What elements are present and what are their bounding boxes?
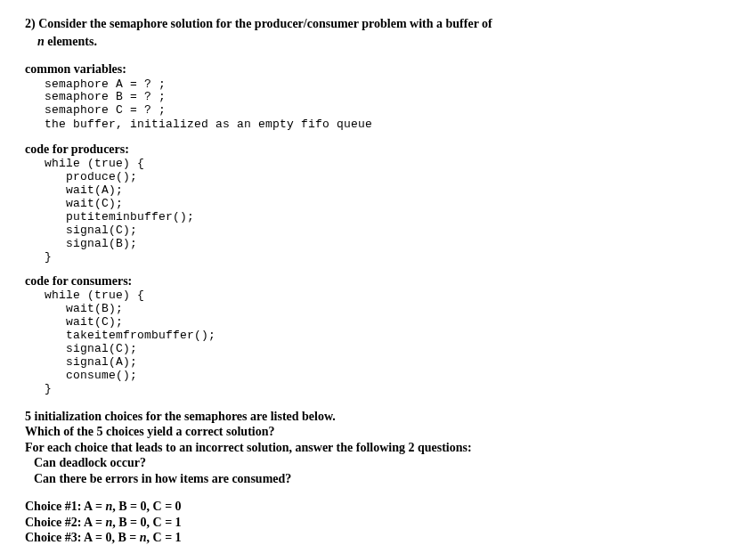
common-vars-code: semaphore A = ? ; semaphore B = ? ; sema… (45, 78, 731, 118)
choice-label: Choice #1: A = (25, 500, 105, 513)
choice-rest: , B = 0, C = 0 (112, 500, 181, 513)
choice-row: Choice #2: A = n, B = 0, C = 1 (25, 515, 731, 531)
question-subline: n elements. (37, 34, 731, 50)
question-number: 2) (25, 17, 36, 30)
choice-rest: , C = 1 (147, 531, 182, 544)
choice-rest: , B = 0, C = 1 (112, 516, 181, 529)
n-var: n (37, 35, 45, 48)
q-deadlock: Can deadlock occur? (34, 455, 731, 471)
choice-row: Choice #1: A = n, B = 0, C = 0 (25, 499, 731, 515)
q-errors: Can there be errors in how items are con… (34, 471, 731, 487)
common-vars-title: common variables: (25, 61, 731, 77)
questions-block: 5 initialization choices for the semapho… (25, 409, 731, 487)
choice-label: Choice #3: A = 0, B = (25, 531, 140, 544)
question-text: Consider the semaphore solution for the … (38, 17, 492, 30)
choice-label: Choice #2: A = (25, 516, 105, 529)
consumers-title: code for consumers: (25, 273, 731, 289)
choices-block: Choice #1: A = n, B = 0, C = 0 Choice #2… (25, 499, 731, 545)
choice-n: n (140, 531, 147, 544)
producers-code: while (true) { produce(); wait(A); wait(… (45, 158, 731, 264)
q-line1: 5 initialization choices for the semapho… (25, 409, 731, 425)
producers-title: code for producers: (25, 142, 731, 158)
question-header: 2) Consider the semaphore solution for t… (25, 16, 731, 32)
q-line3: For each choice that leads to an incorre… (25, 440, 731, 456)
consumers-code: while (true) { wait(B); wait(C); takeite… (45, 289, 731, 396)
q-line2: Which of the 5 choices yield a correct s… (25, 424, 731, 440)
buffer-note: the buffer, initialized as an empty fifo… (45, 118, 731, 132)
elements-word: elements. (45, 35, 97, 48)
choice-row: Choice #3: A = 0, B = n, C = 1 (25, 530, 731, 545)
